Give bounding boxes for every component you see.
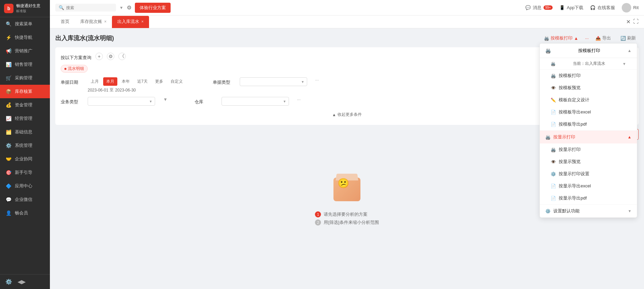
tab-home[interactable]: 首页 [55, 16, 75, 28]
maximize-window-icon[interactable]: ⛶ [633, 19, 639, 25]
shortcut-more[interactable]: 更多 [152, 77, 166, 86]
tab-batch-account[interactable]: 库存批次账 × [75, 16, 112, 28]
shortcut-this-month[interactable]: 本月 [103, 77, 117, 86]
warehouse-more[interactable]: ··· [297, 97, 301, 102]
doc-type-select[interactable] [240, 77, 307, 86]
add-condition-button[interactable]: + [95, 53, 103, 60]
sidebar-item-label: 销售管理 [15, 61, 32, 68]
dropdown-item-label: 按模板打印 [559, 73, 581, 79]
sidebar-item-member[interactable]: 👤 畅会员 [0, 206, 50, 220]
app-download-group[interactable]: 📱 App下载 [559, 5, 583, 11]
sidebar-item-basic[interactable]: 🗂️ 基础信息 [0, 125, 50, 139]
excel2-icon: 📄 [551, 183, 556, 189]
doc-type-more[interactable]: ··· [315, 77, 319, 82]
window-buttons: ✕ ⛶ [626, 19, 639, 25]
message-group[interactable]: 💬 消息 99+ [525, 5, 553, 11]
dropdown-item-display-pdf[interactable]: 📄 按显示导出pdf [540, 192, 637, 204]
dropdown-item-display-preview[interactable]: 👁️ 按显示预览 [540, 156, 637, 168]
sidebar-item-guide[interactable]: 🎯 新手引导 [0, 166, 50, 179]
sidebar-item-quick-nav[interactable]: ⚡ 快捷导航 [0, 31, 50, 44]
date-from: 2023-06-01 [88, 88, 108, 93]
dropdown-item-template-custom[interactable]: ✏️ 模板自定义设计 [540, 94, 637, 106]
dropdown-item-template-print[interactable]: 🖨️ 按模板打印 [540, 70, 637, 82]
sidebar-item-inventory[interactable]: 📦 库存核算 [0, 85, 50, 98]
page-title: 出入库流水(流水明细) [55, 34, 114, 42]
dropdown-header-icon: 🖨️ [545, 48, 551, 53]
action-divider: ··· [585, 36, 589, 41]
display-section-icon: 🖨️ [545, 135, 551, 140]
sidebar-item-sales[interactable]: 📊 销售管理 [0, 58, 50, 71]
dropdown-item-template-pdf[interactable]: 📄 按模板导出pdf [540, 118, 637, 130]
message-icon: 💬 [525, 5, 531, 10]
sidebar-item-label: 经营管理 [15, 115, 32, 122]
export-button[interactable]: 📤 导出 [593, 34, 614, 43]
trial-button[interactable]: 体验行业方案 [135, 3, 171, 13]
sidebar-item-wecom[interactable]: 💬 企业微信 [0, 193, 50, 206]
sidebar-item-system[interactable]: ⚙️ 系统管理 [0, 139, 50, 152]
dropdown-item-template-preview[interactable]: 👁️ 按模板预览 [540, 82, 637, 94]
biz-type-select[interactable] [88, 97, 155, 106]
settings-bottom-icon[interactable]: ⚙️ [5, 279, 12, 285]
settings-condition-button[interactable]: ⚙ [107, 53, 114, 60]
user-name: Rit [633, 5, 639, 10]
dropdown-item-label: 按显示导出excel [559, 183, 591, 189]
sidebar-item-operations[interactable]: 📈 经营管理 [0, 112, 50, 125]
filter-tag-flow-detail[interactable]: 流水明细 [61, 65, 88, 73]
sidebar-item-finance[interactable]: 💰 资金管理 [0, 98, 50, 112]
shortcut-this-year[interactable]: 本年 [119, 77, 133, 86]
dropdown-item-label: 按显示导出pdf [559, 195, 587, 201]
dropdown-panel: 🖨️ 按模板打印 ▲ 🖨️ 当前：出入库流水 ▼ 🖨️ 按模板打印 👁️ 按模板… [539, 43, 637, 218]
message-badge: 99+ [544, 5, 553, 10]
brand-name: 畅捷通好生意 [16, 3, 40, 9]
template-print-button[interactable]: 🖨️ 按模板打印 ▲ [541, 34, 581, 43]
user-group[interactable]: Rit [622, 3, 639, 12]
tab-stock-flow-label: 出入库流水 [117, 19, 139, 25]
collapse-sidebar-icon[interactable]: ◀▶ [18, 279, 26, 285]
warehouse-select[interactable] [222, 97, 289, 106]
shortcut-last-month[interactable]: 上月 [88, 77, 102, 86]
diamond-icon: 🔷 [5, 183, 11, 189]
top-header: 🔍 ▼ ⚙ 体验行业方案 💬 消息 99+ 📱 App下载 🎧 在线客服 Rit [50, 0, 644, 16]
sidebar-item-purchase[interactable]: 🛒 采购管理 [0, 71, 50, 85]
search-input[interactable] [66, 5, 107, 10]
empty-face-icon: 😕 [338, 178, 349, 189]
dropdown-set-default[interactable]: ⚙️ 设置默认功能 ▼ [540, 205, 637, 217]
tab-batch-account-close[interactable]: × [104, 19, 107, 24]
dropdown-item-label: 按显示预览 [559, 159, 581, 165]
sidebar-item-marketing[interactable]: 📢 营销推广 [0, 44, 50, 58]
empty-hints: 1 请先选择要分析的方案 2 用[筛选]条件来缩小分析范围 [315, 211, 379, 226]
header-dropdown-arrow[interactable]: ▼ [119, 5, 123, 10]
online-service-group[interactable]: 🎧 在线客服 [590, 5, 615, 11]
sidebar-item-collab[interactable]: 🤝 企业协同 [0, 152, 50, 166]
header-settings-icon[interactable]: ⚙ [127, 4, 131, 11]
logo-icon: b [4, 4, 13, 13]
dropdown-display-print-header[interactable]: 🖨️ 按显示打印 ▲ [540, 131, 637, 143]
sidebar-item-label: 营销推广 [15, 48, 32, 54]
dropdown-item-template-excel[interactable]: 📄 按模板导出excel [540, 106, 637, 118]
tab-stock-flow[interactable]: 出入库流水 × [112, 16, 149, 28]
collapse-filter-button[interactable]: 《 [118, 53, 126, 60]
sidebar-item-app-center[interactable]: 🔷 应用中心 [0, 179, 50, 193]
close-window-icon[interactable]: ✕ [626, 19, 631, 25]
sidebar-item-search[interactable]: 🔍 搜索菜单 [0, 17, 50, 31]
gear-icon: ⚙️ [5, 143, 11, 148]
shortcut-7days[interactable]: 近7天 [134, 77, 151, 86]
header-search-box[interactable]: 🔍 [55, 4, 116, 11]
online-service-label: 在线客服 [597, 5, 615, 11]
tab-bar: 首页 库存批次账 × 出入库流水 × ✕ ⛶ [50, 16, 644, 28]
tab-stock-flow-close[interactable]: × [141, 19, 144, 24]
refresh-button[interactable]: 🔄 刷新 [618, 34, 639, 43]
dropdown-item-label: 按模板导出pdf [559, 121, 587, 127]
empty-hint-1: 1 请先选择要分析的方案 [315, 211, 379, 217]
sidebar-bottom: ⚙️ ◀▶ [0, 274, 50, 289]
dropdown-item-display-excel[interactable]: 📄 按显示导出excel [540, 180, 637, 192]
shortcut-custom[interactable]: 自定义 [168, 77, 186, 86]
biz-type-dropdown[interactable]: ▼ [163, 97, 168, 102]
date-separator: 至 [110, 87, 114, 93]
sidebar: b 畅捷通好生意 标准版 🔍 搜索菜单 ⚡ 快捷导航 📢 营销推广 📊 销售管理… [0, 0, 50, 289]
dropdown-item-display-print[interactable]: 🖨️ 按显示打印 [540, 143, 637, 156]
dropdown-arrow-up[interactable]: ▲ [627, 48, 632, 53]
dropdown-item-display-settings[interactable]: ⚙️ 按显示打印设置 [540, 168, 637, 180]
biz-type-label: 业务类型 [61, 97, 81, 105]
search-icon: 🔍 [59, 5, 64, 10]
